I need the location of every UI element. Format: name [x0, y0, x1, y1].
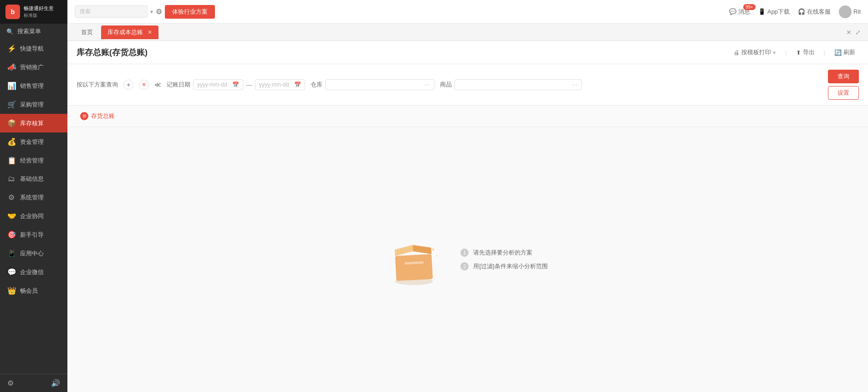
- date-field-label: 记账日期: [167, 81, 190, 89]
- goods-more-icon: ···: [572, 81, 578, 88]
- topbar-settings-icon[interactable]: ⚙: [156, 7, 162, 16]
- member-icon: 👑: [7, 286, 15, 295]
- page-header: 库存总账(存货总账) 🖨 按模板打印 ▾ | ⬆ 导出 | 🔄 刷新: [67, 41, 868, 64]
- search-box-text: 搜索: [80, 8, 91, 15]
- warehouse-input[interactable]: ···: [325, 79, 434, 90]
- calendar-end-icon: 📅: [294, 81, 301, 88]
- marketing-icon: 📣: [7, 63, 15, 71]
- topbar-chevron-icon[interactable]: ▾: [150, 9, 153, 15]
- warehouse-filter-field: 仓库 ···: [311, 79, 434, 90]
- basic-icon: 🗂: [7, 175, 15, 183]
- print-chevron-icon: ▾: [773, 49, 776, 56]
- sidebar-item-guide[interactable]: 🎯 新手引导: [0, 225, 67, 244]
- sidebar-item-sales[interactable]: 📊 销售管理: [0, 76, 67, 95]
- sidebar-item-operations[interactable]: 📋 经营管理: [0, 151, 67, 170]
- date-start-input[interactable]: yyyy-mm-dd 📅: [193, 79, 243, 90]
- print-btn[interactable]: 🖨 按模板打印 ▾: [730, 46, 780, 58]
- refresh-icon: 🔄: [834, 49, 842, 56]
- date-filter-field: 记账日期 yyyy-mm-dd 📅 — yyyy-mm-dd 📅: [167, 79, 305, 90]
- sidebar-item-basic[interactable]: 🗂 基础信息: [0, 170, 67, 188]
- empty-tip-1: 1 请先选择要分析的方案: [460, 249, 547, 257]
- tab-close-icon[interactable]: ✕: [148, 29, 152, 36]
- sidebar-nav: ⚡ 快捷导航 📣 营销推广 📊 销售管理 🛒 采购管理 📦 库存核算 💰 资金管…: [0, 39, 67, 374]
- goods-label: 商品: [440, 81, 452, 89]
- scheme-icon: 存: [80, 112, 88, 120]
- topbar-right: 💬 消息 99+ 📱 App下载 🎧 在线客服 Rit: [729, 5, 861, 18]
- refresh-btn[interactable]: 🔄 刷新: [831, 46, 859, 58]
- topbar-app-download[interactable]: 📱 App下载: [758, 8, 790, 16]
- filter-collapse-icon[interactable]: ≪: [154, 81, 161, 88]
- sidebar-item-wechat[interactable]: 💬 企业微信: [0, 263, 67, 281]
- wechat-icon: 💬: [7, 268, 15, 276]
- sidebar-search[interactable]: 🔍 搜索菜单: [0, 24, 67, 39]
- tab-close-panel-icon[interactable]: ✕: [846, 29, 852, 36]
- sidebar-item-marketing[interactable]: 📣 营销推广: [0, 58, 67, 76]
- query-btn[interactable]: 查询: [828, 70, 859, 83]
- export-icon: ⬆: [796, 49, 801, 56]
- tab-resize-icon[interactable]: ⤢: [855, 29, 861, 36]
- svg-marker-2: [395, 245, 414, 256]
- empty-box-svg: [388, 232, 442, 287]
- sidebar-item-app-center[interactable]: 📱 应用中心: [0, 244, 67, 263]
- empty-tip-2: 2 用[过滤]条件来缩小分析范围: [460, 262, 547, 270]
- purchase-icon: 🛒: [7, 100, 15, 109]
- filter-clear-btn[interactable]: ✕: [139, 80, 149, 90]
- date-end-input[interactable]: yyyy-mm-dd 📅: [255, 79, 305, 90]
- logo-icon: b: [5, 5, 20, 19]
- calendar-icon: 📅: [232, 81, 239, 88]
- topbar-online-service[interactable]: 🎧 在线客服: [798, 8, 831, 16]
- scheme-item-inventory[interactable]: 存 存货总账: [75, 109, 120, 123]
- settings-btn[interactable]: 设置: [828, 86, 859, 100]
- enterprise-icon: 🤝: [7, 212, 15, 220]
- sidebar-item-finance[interactable]: 💰 资金管理: [0, 132, 67, 151]
- main-content: 搜索 ▾ ⚙ 体验行业方案 💬 消息 99+ 📱 App下载 🎧 在线客服 Ri: [67, 0, 868, 392]
- filter-add-btn[interactable]: +: [123, 80, 133, 90]
- page-header-actions: 🖨 按模板打印 ▾ | ⬆ 导出 | 🔄 刷新: [730, 46, 859, 58]
- inventory-icon: 📦: [7, 119, 15, 127]
- topbar-search-area: 搜索 ▾ ⚙ 体验行业方案: [75, 5, 725, 19]
- quick-nav-icon: ⚡: [7, 44, 15, 53]
- app-center-icon: 📱: [7, 249, 15, 258]
- tab-home[interactable]: 首页: [75, 25, 99, 39]
- operations-icon: 📋: [7, 156, 15, 165]
- topbar: 搜索 ▾ ⚙ 体验行业方案 💬 消息 99+ 📱 App下载 🎧 在线客服 Ri: [67, 0, 868, 24]
- filter-label: 按以下方案查询: [77, 81, 118, 89]
- sidebar: b 畅捷通好生意 标准版 🔍 搜索菜单 ⚡ 快捷导航 📣 营销推广 📊 销售管理…: [0, 0, 67, 392]
- sidebar-item-enterprise[interactable]: 🤝 企业协同: [0, 207, 67, 225]
- sidebar-footer: ⚙ 🔊: [0, 374, 67, 392]
- sidebar-item-inventory[interactable]: 📦 库存核算: [0, 114, 67, 132]
- svg-marker-3: [413, 244, 432, 255]
- export-btn[interactable]: ⬆ 导出: [792, 46, 818, 58]
- industry-btn[interactable]: 体验行业方案: [165, 5, 215, 19]
- sidebar-logo: b 畅捷通好生意 标准版: [0, 0, 67, 24]
- headset-icon: 🎧: [798, 8, 805, 15]
- filter-right-actions: 查询 设置: [828, 70, 859, 100]
- empty-illustration: [388, 232, 442, 287]
- filter-bar: 按以下方案查询 + ✕ ≪ 记账日期 yyyy-mm-dd 📅 — yyyy-m…: [67, 64, 868, 106]
- page-title: 库存总账(存货总账): [77, 47, 148, 58]
- phone-icon: 📱: [758, 8, 766, 15]
- footer-audio-icon[interactable]: 🔊: [51, 379, 60, 387]
- goods-input[interactable]: ···: [454, 79, 582, 90]
- footer-settings-icon[interactable]: ⚙: [7, 379, 14, 387]
- sales-icon: 📊: [7, 81, 15, 90]
- topbar-user[interactable]: Rit: [839, 5, 861, 18]
- user-avatar: [839, 5, 852, 18]
- scheme-selector: 存 存货总账: [67, 106, 868, 127]
- topbar-search-box[interactable]: 搜索: [75, 5, 148, 18]
- topbar-message[interactable]: 💬 消息 99+: [729, 8, 750, 16]
- sidebar-item-purchase[interactable]: 🛒 采购管理: [0, 95, 67, 114]
- tab-inventory-ledger[interactable]: 库存成本总账 ✕: [101, 25, 158, 39]
- guide-icon: 🎯: [7, 230, 15, 239]
- system-icon: ⚙: [7, 193, 15, 202]
- sidebar-item-quick-nav[interactable]: ⚡ 快捷导航: [0, 39, 67, 58]
- sidebar-item-member[interactable]: 👑 畅会员: [0, 281, 67, 300]
- empty-tips: 1 请先选择要分析的方案 2 用[过滤]条件来缩小分析范围: [460, 249, 547, 270]
- warehouse-more-icon: ···: [424, 81, 430, 88]
- goods-filter-field: 商品 ···: [440, 79, 582, 90]
- logo-text: 畅捷通好生意 标准版: [24, 5, 54, 18]
- warehouse-label: 仓库: [311, 81, 322, 89]
- search-icon: 🔍: [6, 28, 14, 35]
- tabs-bar: 首页 库存成本总账 ✕ ✕ ⤢: [67, 24, 868, 41]
- sidebar-item-system[interactable]: ⚙ 系统管理: [0, 188, 67, 207]
